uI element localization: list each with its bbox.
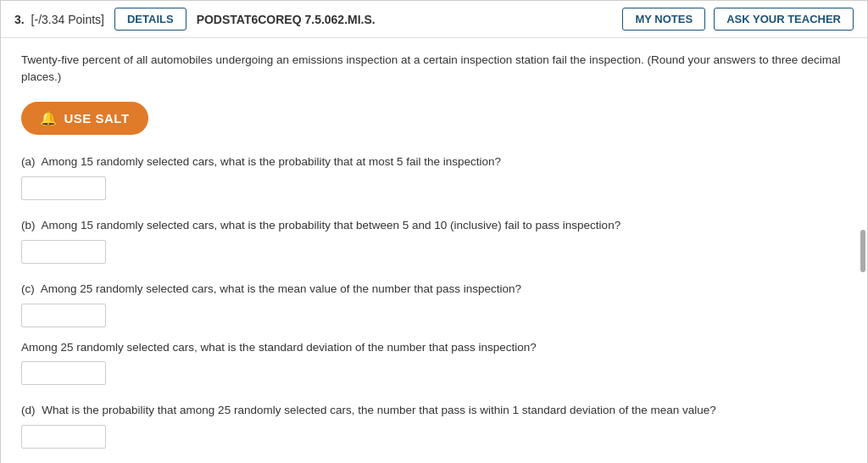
problem-statement: Twenty-five percent of all automobiles u… [21,52,847,86]
header-right: MY NOTES ASK YOUR TEACHER [622,8,854,31]
content-area: Twenty-five percent of all automobiles u… [1,38,867,463]
part-a-question: (a) Among 15 randomly selected cars, wha… [21,153,847,170]
part-b: (b) Among 15 randomly selected cars, wha… [21,217,847,264]
part-c-letter: (c) [21,282,35,295]
header-left: 3. [-/3.34 Points] DETAILS PODSTAT6COREQ… [14,8,376,31]
my-notes-button[interactable]: MY NOTES [622,8,705,31]
part-a: (a) Among 15 randomly selected cars, wha… [21,153,847,200]
ask-teacher-button[interactable]: ASK YOUR TEACHER [714,8,854,31]
part-c-question: (c) Among 25 randomly selected cars, wha… [21,281,847,298]
use-salt-label: USE SALT [64,111,130,126]
question-number: 3. [-/3.34 Points] [14,13,104,26]
part-b-question: (b) Among 15 randomly selected cars, wha… [21,217,847,234]
scrollbar[interactable] [860,230,865,272]
part-c: (c) Among 25 randomly selected cars, wha… [21,281,847,385]
part-a-letter: (a) [21,155,36,168]
part-d-question: (d) What is the probability that among 2… [21,402,847,419]
part-d-input[interactable] [21,425,106,449]
use-salt-button[interactable]: 🔔 USE SALT [21,102,148,135]
salt-icon: 🔔 [40,110,58,126]
part-c-input[interactable] [21,304,106,327]
part-d-letter: (d) [21,404,36,416]
part-b-input[interactable] [21,240,106,264]
part-c-sub-input[interactable] [21,361,106,385]
part-a-input[interactable] [21,176,106,200]
course-code: PODSTAT6COREQ 7.5.062.MI.S. [197,13,376,26]
details-button[interactable]: DETAILS [114,8,186,31]
part-b-letter: (b) [21,219,36,232]
part-c-sub-question: Among 25 randomly selected cars, what is… [21,339,847,356]
part-c-sub: Among 25 randomly selected cars, what is… [21,339,847,384]
header-bar: 3. [-/3.34 Points] DETAILS PODSTAT6COREQ… [1,1,867,38]
part-d: (d) What is the probability that among 2… [21,402,847,449]
